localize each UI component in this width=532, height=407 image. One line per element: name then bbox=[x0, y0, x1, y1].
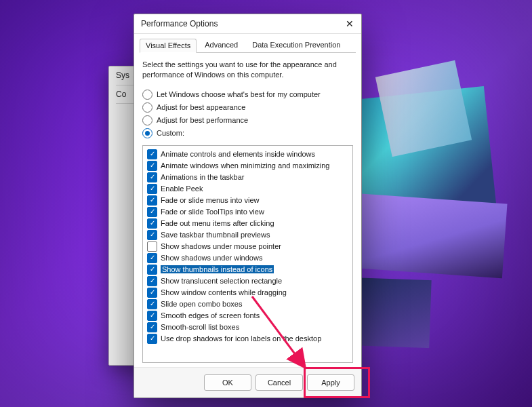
radio-group: Let Windows choose what's best for my co… bbox=[142, 87, 353, 141]
radio-icon bbox=[142, 102, 152, 113]
apply-button[interactable]: Apply bbox=[307, 374, 354, 391]
list-item[interactable]: ✓Show shadows under windows bbox=[147, 252, 348, 264]
radio-option[interactable]: Adjust for best appearance bbox=[142, 102, 353, 113]
radio-label: Let Windows choose what's best for my co… bbox=[157, 90, 321, 98]
checkbox-icon[interactable]: ✓ bbox=[147, 299, 157, 309]
list-item-label: Fade out menu items after clicking bbox=[161, 219, 274, 227]
checkbox-icon[interactable]: ✓ bbox=[147, 322, 157, 332]
list-item[interactable]: ✓Slide open combo boxes bbox=[147, 298, 348, 310]
checkbox-icon[interactable]: ✓ bbox=[147, 230, 157, 240]
checkbox-icon[interactable]: ✓ bbox=[147, 311, 157, 321]
list-item-label: Enable Peek bbox=[161, 185, 203, 193]
checkbox-icon[interactable]: ✓ bbox=[147, 207, 157, 217]
list-item-label: Use drop shadows for icon labels on the … bbox=[161, 334, 321, 343]
list-item[interactable]: ✓Save taskbar thumbnail previews bbox=[147, 229, 348, 241]
list-item-label: Animate windows when minimizing and maxi… bbox=[161, 161, 329, 170]
list-item-label: Show thumbnails instead of icons bbox=[161, 265, 274, 273]
list-item-label: Animate controls and elements inside win… bbox=[161, 150, 315, 158]
list-item[interactable]: Show shadows under mouse pointer bbox=[147, 241, 348, 252]
checkbox-icon[interactable]: ✓ bbox=[147, 334, 157, 344]
list-item[interactable]: ✓Show window contents while dragging bbox=[147, 287, 348, 298]
checkbox-icon[interactable]: ✓ bbox=[147, 253, 157, 263]
list-item[interactable]: ✓Smooth-scroll list boxes bbox=[147, 322, 348, 333]
checkbox-icon[interactable]: ✓ bbox=[147, 161, 157, 171]
list-item-label: Show window contents while dragging bbox=[161, 288, 287, 296]
radio-label: Adjust for best performance bbox=[157, 116, 248, 124]
checkbox-icon[interactable]: ✓ bbox=[147, 276, 157, 286]
dialog-body: Select the settings you want to use for … bbox=[134, 53, 361, 367]
radio-option[interactable]: Let Windows choose what's best for my co… bbox=[142, 90, 353, 100]
checkbox-icon[interactable] bbox=[147, 241, 157, 252]
ok-button[interactable]: OK bbox=[204, 374, 251, 391]
checkbox-icon[interactable]: ✓ bbox=[147, 195, 157, 206]
cancel-button[interactable]: Cancel bbox=[255, 374, 303, 391]
tab-visual-effects[interactable]: Visual Effects bbox=[140, 39, 197, 53]
dialog-titlebar: Performance Options ✕ bbox=[134, 14, 361, 34]
checkbox-icon[interactable]: ✓ bbox=[147, 184, 157, 194]
radio-option[interactable]: Custom: bbox=[142, 128, 353, 138]
radio-label: Custom: bbox=[157, 129, 184, 137]
radio-option[interactable]: Adjust for best performance bbox=[142, 115, 353, 125]
list-item-label: Show shadows under mouse pointer bbox=[161, 242, 281, 250]
radio-label: Adjust for best appearance bbox=[157, 103, 245, 111]
list-item[interactable]: ✓Show thumbnails instead of icons bbox=[147, 264, 348, 275]
radio-icon bbox=[142, 90, 152, 100]
list-item-label: Fade or slide ToolTips into view bbox=[161, 208, 264, 216]
dialog-button-row: OK Cancel Apply bbox=[134, 367, 361, 398]
list-item[interactable]: ✓Animate controls and elements inside wi… bbox=[147, 149, 348, 160]
radio-icon bbox=[142, 115, 152, 125]
list-item[interactable]: ✓Fade or slide menus into view bbox=[147, 195, 348, 206]
checkbox-icon[interactable]: ✓ bbox=[147, 265, 157, 275]
list-item[interactable]: ✓Enable Peek bbox=[147, 183, 348, 195]
visual-effects-listbox[interactable]: ✓Animate controls and elements inside wi… bbox=[142, 145, 353, 363]
list-item[interactable]: ✓Use drop shadows for icon labels on the… bbox=[147, 333, 348, 345]
list-item-label: Save taskbar thumbnail previews bbox=[161, 231, 270, 239]
list-item-label: Animations in the taskbar bbox=[161, 173, 245, 181]
wallpaper-block bbox=[375, 60, 472, 157]
checkbox-icon[interactable]: ✓ bbox=[147, 149, 157, 159]
list-item[interactable]: ✓Smooth edges of screen fonts bbox=[147, 310, 348, 322]
list-item-label: Smooth-scroll list boxes bbox=[161, 323, 239, 331]
list-item-label: Slide open combo boxes bbox=[161, 300, 242, 308]
list-item-label: Fade or slide menus into view bbox=[161, 196, 260, 204]
close-icon: ✕ bbox=[346, 19, 354, 28]
list-item[interactable]: ✓Animate windows when minimizing and max… bbox=[147, 160, 348, 172]
checkbox-icon[interactable]: ✓ bbox=[147, 218, 157, 229]
checkbox-icon[interactable]: ✓ bbox=[147, 172, 157, 182]
dialog-description: Select the settings you want to use for … bbox=[142, 60, 353, 80]
list-item[interactable]: ✓Animations in the taskbar bbox=[147, 172, 348, 183]
performance-options-dialog: Performance Options ✕ Visual EffectsAdva… bbox=[134, 14, 362, 398]
list-item-label: Smooth edges of screen fonts bbox=[161, 311, 260, 319]
radio-icon bbox=[142, 128, 152, 138]
tab-data-execution-prevention[interactable]: Data Execution Prevention bbox=[246, 38, 346, 52]
tab-advanced[interactable]: Advanced bbox=[199, 38, 244, 52]
checkbox-icon[interactable]: ✓ bbox=[147, 288, 157, 298]
list-item-label: Show translucent selection rectangle bbox=[161, 277, 282, 285]
list-item-label: Show shadows under windows bbox=[161, 254, 262, 262]
list-item[interactable]: ✓Fade out menu items after clicking bbox=[147, 218, 348, 229]
close-button[interactable]: ✕ bbox=[342, 17, 357, 31]
dialog-title: Performance Options bbox=[141, 19, 218, 28]
dialog-tabs: Visual EffectsAdvancedData Execution Pre… bbox=[134, 34, 361, 52]
list-item[interactable]: ✓Show translucent selection rectangle bbox=[147, 275, 348, 287]
list-item[interactable]: ✓Fade or slide ToolTips into view bbox=[147, 206, 348, 218]
